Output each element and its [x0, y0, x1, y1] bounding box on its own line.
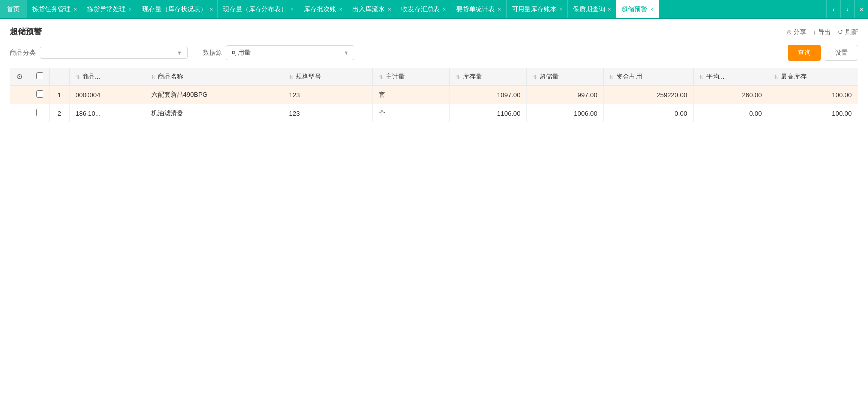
settings-button[interactable]: 设置 [825, 45, 858, 61]
table-header-row: ⚙ ⇅ 商品... ⇅ 商品名称 ⇅ 规格型号 [10, 68, 858, 86]
sort-icon-product-name: ⇅ [151, 74, 155, 79]
export-icon: ↓ [813, 28, 817, 36]
row-overstock-1: 1006.00 [526, 104, 604, 122]
nav-arrow-right[interactable]: › [840, 0, 854, 19]
refresh-icon: ↺ [838, 28, 843, 36]
nav-tab-close-6[interactable]: × [443, 6, 446, 12]
page-content: 超储预警 ⎋ 分享 ↓ 导出 ↺ 刷新 商品分类 ▼ 数据源 [0, 19, 868, 395]
col-avg[interactable]: ⇅ 平均... [693, 68, 768, 86]
nav-tab-label-0: 拣货任务管理 [32, 5, 71, 14]
col-product-code[interactable]: ⇅ 商品... [69, 68, 145, 86]
top-nav: 首页 拣货任务管理×拣货异常处理×现存量（库存状况表）×现存量（库存分布表）×库… [0, 0, 868, 19]
col-stock[interactable]: ⇅ 库存量 [449, 68, 526, 86]
sort-icon-spec: ⇅ [289, 74, 293, 79]
row-index-0: 1 [49, 86, 69, 104]
nav-tab-4[interactable]: 库存批次账× [299, 0, 347, 18]
col-settings[interactable]: ⚙ [10, 68, 30, 86]
filter-row: 商品分类 ▼ 数据源 可用量 ▼ 查询 设置 [10, 45, 858, 61]
nav-tab-close-10[interactable]: × [650, 6, 653, 12]
select-all-checkbox[interactable] [36, 72, 43, 79]
row-max-stock-1: 100.00 [768, 104, 858, 122]
data-table: ⚙ ⇅ 商品... ⇅ 商品名称 ⇅ 规格型号 [10, 68, 858, 122]
category-label: 商品分类 [10, 48, 36, 57]
row-overstock-0: 997.00 [526, 86, 604, 104]
category-select[interactable]: ▼ [40, 47, 188, 59]
col-overstock[interactable]: ⇅ 超储量 [526, 68, 604, 86]
nav-tab-label-9: 保质期查询 [573, 5, 605, 14]
export-label: 导出 [818, 28, 831, 37]
nav-tab-5[interactable]: 出入库流水× [347, 0, 396, 18]
refresh-action[interactable]: ↺ 刷新 [838, 28, 858, 37]
nav-tab-label-6: 收发存汇总表 [401, 5, 440, 14]
datasource-label: 数据源 [203, 48, 222, 57]
nav-tab-label-1: 拣货异常处理 [87, 5, 126, 14]
nav-tab-2[interactable]: 现存量（库存状况表）× [137, 0, 218, 18]
nav-tab-label-10: 超储预警 [621, 5, 647, 14]
datasource-select[interactable]: 可用量 ▼ [226, 45, 354, 60]
filter-group-category: 商品分类 ▼ [10, 47, 188, 59]
nav-tab-close-5[interactable]: × [388, 6, 391, 12]
row-checkbox-input-0[interactable] [36, 90, 43, 98]
nav-tab-3[interactable]: 现存量（库存分布表）× [218, 0, 299, 18]
nav-tab-label-3: 现存量（库存分布表） [223, 5, 287, 14]
nav-tab-close-3[interactable]: × [290, 6, 293, 12]
filter-actions: 查询 设置 [788, 45, 858, 61]
row-stock-1: 1106.00 [449, 104, 526, 122]
table-row: 1 0000004 六配套新昌490BPG 123 套 1097.00 997.… [10, 86, 858, 104]
nav-tab-7[interactable]: 要货单统计表× [451, 0, 506, 18]
row-checkbox-0[interactable] [30, 86, 49, 104]
row-product-name-1: 机油滤清器 [145, 104, 283, 122]
sort-icon-unit: ⇅ [379, 74, 383, 79]
nav-home[interactable]: 首页 [0, 0, 27, 18]
share-action[interactable]: ⎋ 分享 [787, 28, 806, 37]
nav-tab-close-0[interactable]: × [74, 6, 77, 12]
sort-icon-product-code: ⇅ [76, 74, 80, 79]
row-checkbox-input-1[interactable] [36, 109, 43, 116]
col-product-name[interactable]: ⇅ 商品名称 [145, 68, 283, 86]
nav-tab-9[interactable]: 保质期查询× [568, 0, 616, 18]
sort-icon-max-stock: ⇅ [774, 74, 778, 79]
nav-tab-10[interactable]: 超储预警× [616, 0, 658, 18]
nav-arrow-left[interactable]: ‹ [826, 0, 840, 19]
col-spec[interactable]: ⇅ 规格型号 [283, 68, 373, 86]
row-settings-1 [10, 104, 30, 122]
col-checkbox[interactable] [30, 68, 49, 86]
gear-icon[interactable]: ⚙ [16, 72, 23, 80]
nav-tab-close-7[interactable]: × [498, 6, 501, 12]
nav-tab-8[interactable]: 可用量库存账本× [507, 0, 568, 18]
query-button[interactable]: 查询 [788, 45, 821, 61]
nav-tab-close-2[interactable]: × [210, 6, 213, 12]
nav-tab-close-9[interactable]: × [608, 6, 611, 12]
nav-tab-label-5: 出入库流水 [352, 5, 385, 14]
row-avg-0: 260.00 [693, 86, 768, 104]
row-capital-0: 259220.00 [604, 86, 694, 104]
col-max-stock[interactable]: ⇅ 最高库存 [768, 68, 858, 86]
nav-tab-close-8[interactable]: × [560, 6, 563, 12]
export-action[interactable]: ↓ 导出 [813, 28, 831, 37]
row-unit-0: 套 [373, 86, 450, 104]
page-header: 超储预警 ⎋ 分享 ↓ 导出 ↺ 刷新 [10, 27, 858, 37]
col-capital[interactable]: ⇅ 资金占用 [604, 68, 694, 86]
datasource-arrow-icon: ▼ [344, 50, 349, 56]
row-product-code-0: 0000004 [69, 86, 145, 104]
sort-icon-capital: ⇅ [609, 74, 613, 79]
page-title: 超储预警 [10, 27, 42, 37]
row-unit-1: 个 [373, 104, 450, 122]
share-label: 分享 [793, 28, 806, 37]
row-checkbox-1[interactable] [30, 104, 49, 122]
row-index-1: 2 [49, 104, 69, 122]
col-unit[interactable]: ⇅ 主计量 [373, 68, 450, 86]
nav-tab-close-1[interactable]: × [129, 6, 131, 12]
nav-arrow-close[interactable]: × [854, 0, 868, 19]
nav-tab-0[interactable]: 拣货任务管理× [27, 0, 82, 18]
filter-group-datasource: 数据源 可用量 ▼ [203, 45, 354, 60]
nav-tab-1[interactable]: 拣货异常处理× [82, 0, 137, 18]
nav-arrows: ‹ › × [826, 0, 868, 19]
row-max-stock-0: 100.00 [768, 86, 858, 104]
nav-tab-6[interactable]: 收发存汇总表× [396, 0, 451, 18]
row-capital-1: 0.00 [604, 104, 694, 122]
share-icon: ⎋ [787, 28, 791, 36]
nav-tab-close-4[interactable]: × [339, 6, 342, 12]
table-row: 2 186-10... 机油滤清器 123 个 1106.00 1006.00 … [10, 104, 858, 122]
row-product-name-0: 六配套新昌490BPG [145, 86, 283, 104]
